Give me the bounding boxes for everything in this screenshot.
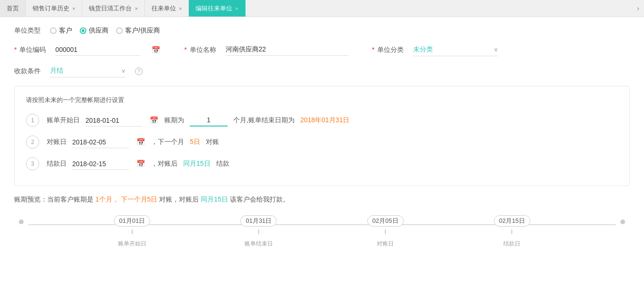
step-3-suffix-prefix: ，对账后 (151, 160, 178, 168)
radio-customer-circle (50, 27, 57, 34)
radio-customer-label: 客户 (59, 26, 72, 35)
preview-label: 账期预览：当前客户账期是 (14, 195, 93, 203)
step-3-label: 结款日 (45, 160, 67, 168)
tab-edit-partner-label: 编辑往来单位 (195, 4, 232, 13)
step-3-suffix-tail: 结款 (216, 160, 229, 168)
unit-type-label: 单位类型 (14, 26, 41, 35)
timeline-end-dot (620, 215, 625, 240)
timeline-connector-4 (511, 229, 512, 234)
tab-sales-history[interactable]: 销售订单历史 × (26, 0, 82, 17)
end-dot (620, 219, 625, 224)
timeline-connector-2 (258, 229, 259, 234)
unit-code-label: * 单位编码 (14, 46, 46, 54)
step-1-suffix-before: 账期为 (164, 116, 184, 125)
timeline-label-2: 账单结束日 (245, 240, 273, 248)
timeline-node-3: 02月05日 对账日 (367, 215, 404, 248)
preview-tail: 该客户会给我打款。 (230, 195, 289, 203)
payment-condition-select[interactable]: 月结 ∨ (50, 65, 126, 77)
unit-code-row: * 单位编码 📅 * 单位名称 * 单位分类 未分类 ∨ (14, 43, 630, 56)
timeline-start-dot (19, 215, 24, 240)
payment-condition-value: 月结 (50, 67, 119, 75)
payment-condition-label: 收款条件 (14, 67, 41, 76)
step-3-num: 3 (26, 157, 39, 170)
step-1-num: 1 (26, 114, 39, 127)
timeline-node-2: 01月31日 账单结束日 (240, 215, 277, 248)
period-input[interactable] (190, 114, 228, 127)
timeline-chip-3: 02月05日 (367, 215, 404, 227)
timeline-connector-1 (132, 229, 133, 234)
unit-name-label: * 单位名称 (184, 46, 216, 54)
unit-category-value: 未分类 (413, 45, 492, 54)
step-2-highlight: 5日 (190, 138, 200, 146)
section-title: 请按照未来的一个完整帐期进行设置 (26, 96, 618, 104)
tab-home-label: 首页 (7, 4, 19, 13)
timeline-chip-1: 01月01日 (114, 215, 150, 227)
radio-supplier-label: 供应商 (89, 26, 109, 35)
close-edit-partner-icon[interactable]: × (235, 6, 238, 11)
payment-condition-chevron-icon: ∨ (121, 68, 126, 74)
timeline-connector-3 (385, 229, 386, 234)
tab-home[interactable]: 首页 (0, 0, 26, 17)
radio-both[interactable]: 客户/供应商 (116, 26, 160, 35)
tab-sales-history-label: 销售订单历史 (33, 4, 69, 13)
close-partners-icon[interactable]: × (179, 6, 182, 11)
required-star-name: * (184, 46, 186, 53)
required-star-code: * (14, 46, 17, 53)
close-cash-work-icon[interactable]: × (135, 6, 137, 11)
unit-category-select[interactable]: 未分类 ∨ (413, 43, 498, 56)
step-3-date-input[interactable] (72, 158, 129, 170)
unit-code-input[interactable] (55, 44, 140, 56)
tab-edit-partner[interactable]: 编辑往来单位 × (189, 0, 245, 17)
tab-arrow-icon[interactable]: › (632, 0, 644, 17)
unit-type-radio-group: 客户 供应商 客户/供应商 (50, 26, 160, 35)
close-sales-history-icon[interactable]: × (72, 6, 75, 11)
step-1-end-date: 2018年01月31日 (300, 116, 349, 125)
radio-supplier-circle (80, 27, 86, 34)
step-1-suffix-after: 个月,账单结束日期为 (233, 116, 295, 125)
unit-type-row: 单位类型 客户 供应商 客户/供应商 (14, 26, 630, 35)
tab-cash-work[interactable]: 钱货日清工作台 × (82, 0, 144, 17)
step-1-date-input[interactable] (85, 115, 142, 127)
unit-name-input[interactable] (226, 44, 348, 56)
tab-partners[interactable]: 往来单位 × (145, 0, 189, 17)
timeline-nodes: 01月01日 账单开始日 01月31日 账单结束日 02月05日 对账日 02月… (19, 215, 625, 248)
timeline-label-4: 结款日 (503, 240, 520, 248)
payment-condition-row: 收款条件 月结 ∨ ? (14, 65, 630, 77)
tab-partners-label: 往来单位 (152, 4, 176, 13)
timeline-label-3: 对账日 (377, 240, 394, 248)
tab-bar: 首页 销售订单历史 × 钱货日清工作台 × 往来单位 × 编辑往来单位 × › (0, 0, 644, 17)
timeline: 01月01日 账单开始日 01月31日 账单结束日 02月05日 对账日 02月… (14, 215, 630, 248)
preview-text: 账期预览：当前客户账期是 1个月， 下一个月5日 对账，对账后 同月15日 该客… (14, 195, 630, 204)
step-1-row: 1 账单开始日 📅 账期为 个月,账单结束日期为 2018年01月31日 (26, 114, 618, 127)
step-2-label: 对账日 (45, 138, 67, 146)
help-icon[interactable]: ? (135, 68, 143, 75)
required-star-category: * (372, 46, 374, 53)
timeline-node-4: 02月15日 结款日 (494, 215, 530, 248)
step-1-label: 账单开始日 (45, 116, 80, 125)
preview-mid2: 对账，对账后 (159, 195, 199, 203)
radio-both-label: 客户/供应商 (125, 26, 160, 35)
step-3-calendar-icon[interactable]: 📅 (136, 160, 145, 168)
unit-code-calendar-icon[interactable]: 📅 (152, 46, 161, 54)
start-dot (19, 219, 24, 224)
step-2-suffix-tail: 对账 (206, 138, 219, 146)
main-content: 单位类型 客户 供应商 客户/供应商 * 单位编码 📅 * 单位名称 (0, 17, 644, 287)
step-2-calendar-icon[interactable]: 📅 (136, 138, 145, 146)
timeline-label-1: 账单开始日 (118, 240, 146, 248)
step-1-calendar-icon[interactable]: 📅 (150, 116, 159, 125)
unit-category-label: * 单位分类 (372, 46, 404, 54)
radio-customer[interactable]: 客户 (50, 26, 72, 35)
step-2-row: 2 对账日 📅 ，下一个月5日 对账 (26, 135, 618, 149)
preview-end: 同月15日 (201, 195, 228, 203)
timeline-chip-4: 02月15日 (494, 215, 530, 227)
preview-period: 1个月， (95, 195, 119, 203)
radio-both-circle (116, 27, 123, 34)
unit-category-chevron-icon: ∨ (494, 46, 498, 53)
timeline-chip-2: 01月31日 (240, 215, 277, 227)
step-3-row: 3 结款日 📅 ，对账后 同月15日 结款 (26, 157, 618, 170)
step-2-date-input[interactable] (72, 136, 129, 148)
radio-supplier[interactable]: 供应商 (80, 26, 109, 35)
preview-mid: 下一个月5日 (121, 195, 158, 203)
step-2-suffix-prefix: ，下一个月 (151, 138, 184, 146)
step-2-num: 2 (26, 135, 39, 149)
